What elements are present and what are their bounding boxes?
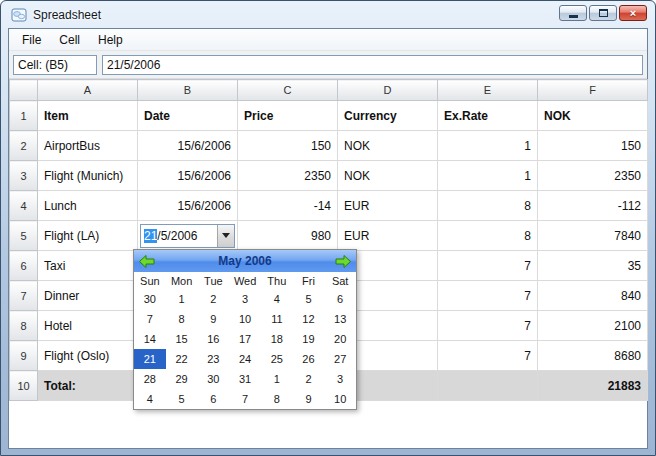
cell-F10[interactable]: 21883 <box>538 371 648 401</box>
cell-A5[interactable]: Flight (LA) <box>38 221 138 251</box>
cell-E3[interactable]: 1 <box>438 161 538 191</box>
day-cell[interactable]: 22 <box>166 349 198 369</box>
row-header-10[interactable]: 10 <box>10 371 38 401</box>
cell-D2[interactable]: NOK <box>338 131 438 161</box>
day-cell[interactable]: 28 <box>134 369 166 389</box>
minimize-button[interactable] <box>559 5 587 21</box>
day-cell[interactable]: 16 <box>198 329 230 349</box>
row-header-9[interactable]: 9 <box>10 341 38 371</box>
cell-B3[interactable]: 15/6/2006 <box>138 161 238 191</box>
cell-E10[interactable] <box>438 371 538 401</box>
day-cell[interactable]: 5 <box>166 389 198 409</box>
cell-A9[interactable]: Flight (Oslo) <box>38 341 138 371</box>
row-header-1[interactable]: 1 <box>10 101 38 131</box>
cell-E6[interactable]: 7 <box>438 251 538 281</box>
cell-F7[interactable]: 840 <box>538 281 648 311</box>
day-cell[interactable]: 1 <box>166 289 198 309</box>
day-cell[interactable]: 25 <box>261 349 293 369</box>
day-cell[interactable]: 6 <box>198 389 230 409</box>
cell-E7[interactable]: 7 <box>438 281 538 311</box>
cell-B1[interactable]: Date <box>138 101 238 131</box>
day-cell[interactable]: 29 <box>166 369 198 389</box>
cell-E1[interactable]: Ex.Rate <box>438 101 538 131</box>
cell-A2[interactable]: AirportBus <box>38 131 138 161</box>
cell-E8[interactable]: 7 <box>438 311 538 341</box>
day-cell[interactable]: 27 <box>324 349 356 369</box>
cell-E5[interactable]: 8 <box>438 221 538 251</box>
row-header-3[interactable]: 3 <box>10 161 38 191</box>
day-cell[interactable]: 31 <box>229 369 261 389</box>
cell-F1[interactable]: NOK <box>538 101 648 131</box>
day-cell[interactable]: 14 <box>134 329 166 349</box>
cell-A10[interactable]: Total: <box>38 371 138 401</box>
column-header-F[interactable]: F <box>538 80 648 101</box>
day-cell[interactable]: 3 <box>324 369 356 389</box>
day-cell-selected[interactable]: 21 <box>134 349 166 369</box>
day-cell[interactable]: 9 <box>293 389 325 409</box>
column-header-A[interactable]: A <box>38 80 138 101</box>
select-all-corner[interactable] <box>10 80 38 101</box>
day-cell[interactable]: 10 <box>229 309 261 329</box>
day-cell[interactable]: 7 <box>134 309 166 329</box>
cell-D1[interactable]: Currency <box>338 101 438 131</box>
cell-F4[interactable]: -112 <box>538 191 648 221</box>
menu-file[interactable]: File <box>13 30 50 50</box>
day-cell[interactable]: 11 <box>261 309 293 329</box>
day-cell[interactable]: 26 <box>293 349 325 369</box>
day-cell[interactable]: 12 <box>293 309 325 329</box>
column-header-C[interactable]: C <box>238 80 338 101</box>
cell-F2[interactable]: 150 <box>538 131 648 161</box>
cell-D5[interactable]: EUR <box>338 221 438 251</box>
day-cell[interactable]: 9 <box>198 309 230 329</box>
cell-C3[interactable]: 2350 <box>238 161 338 191</box>
formula-input[interactable]: 21/5/2006 <box>102 55 643 75</box>
cell-F6[interactable]: 35 <box>538 251 648 281</box>
cell-A7[interactable]: Dinner <box>38 281 138 311</box>
menu-help[interactable]: Help <box>89 30 132 50</box>
next-month-button[interactable] <box>334 254 352 268</box>
day-cell[interactable]: 8 <box>166 309 198 329</box>
column-header-B[interactable]: B <box>138 80 238 101</box>
column-header-E[interactable]: E <box>438 80 538 101</box>
day-cell[interactable]: 13 <box>324 309 356 329</box>
date-editor[interactable]: 21/5/2006 <box>140 224 235 248</box>
cell-A4[interactable]: Lunch <box>38 191 138 221</box>
day-cell[interactable]: 10 <box>324 389 356 409</box>
cell-D4[interactable]: EUR <box>338 191 438 221</box>
titlebar[interactable]: Spreadsheet × <box>1 1 655 28</box>
cell-A6[interactable]: Taxi <box>38 251 138 281</box>
cell-F3[interactable]: 2350 <box>538 161 648 191</box>
cell-F9[interactable]: 8680 <box>538 341 648 371</box>
cell-E2[interactable]: 1 <box>438 131 538 161</box>
day-cell[interactable]: 4 <box>261 289 293 309</box>
day-cell[interactable]: 5 <box>293 289 325 309</box>
cell-F8[interactable]: 2100 <box>538 311 648 341</box>
cell-B4[interactable]: 15/6/2006 <box>138 191 238 221</box>
day-cell[interactable]: 3 <box>229 289 261 309</box>
cell-C5[interactable]: 980 <box>238 221 338 251</box>
cell-C1[interactable]: Price <box>238 101 338 131</box>
day-cell[interactable]: 30 <box>134 289 166 309</box>
day-cell[interactable]: 17 <box>229 329 261 349</box>
cell-D3[interactable]: NOK <box>338 161 438 191</box>
day-cell[interactable]: 15 <box>166 329 198 349</box>
day-cell[interactable]: 23 <box>198 349 230 369</box>
cell-E4[interactable]: 8 <box>438 191 538 221</box>
cell-E9[interactable]: 7 <box>438 341 538 371</box>
cell-C4[interactable]: -14 <box>238 191 338 221</box>
row-header-8[interactable]: 8 <box>10 311 38 341</box>
day-cell[interactable]: 24 <box>229 349 261 369</box>
app-icon[interactable] <box>11 7 27 23</box>
day-cell[interactable]: 7 <box>229 389 261 409</box>
day-cell[interactable]: 1 <box>261 369 293 389</box>
cell-A1[interactable]: Item <box>38 101 138 131</box>
day-cell[interactable]: 8 <box>261 389 293 409</box>
row-header-7[interactable]: 7 <box>10 281 38 311</box>
day-cell[interactable]: 20 <box>324 329 356 349</box>
close-button[interactable]: × <box>619 5 647 21</box>
cell-B2[interactable]: 15/6/2006 <box>138 131 238 161</box>
day-cell[interactable]: 4 <box>134 389 166 409</box>
day-cell[interactable]: 2 <box>198 289 230 309</box>
row-header-4[interactable]: 4 <box>10 191 38 221</box>
cell-A3[interactable]: Flight (Munich) <box>38 161 138 191</box>
